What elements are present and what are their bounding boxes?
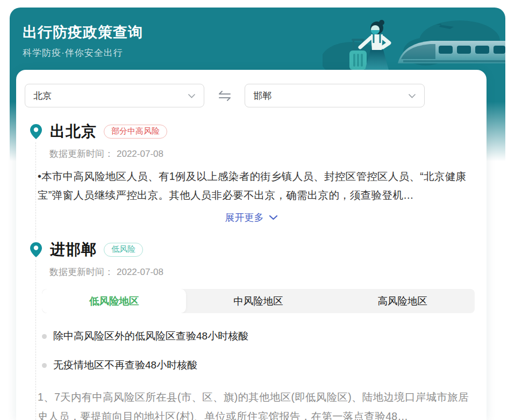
- swap-arrows-icon: [218, 90, 232, 102]
- city-select-row: 北京 邯郸: [16, 70, 487, 107]
- update-time-date: 2022-07-08: [117, 267, 163, 277]
- header-text: 出行防疫政策查询 科学防疫·伴你安全出行: [23, 23, 143, 59]
- expand-more-label: 展开更多: [225, 211, 264, 224]
- arrive-section-header: 进邯郸 低风险: [16, 240, 487, 260]
- chevron-down-icon: [269, 215, 278, 220]
- timeline-dashed-line: [35, 140, 36, 420]
- chevron-down-icon: [188, 93, 196, 98]
- tab-high-risk[interactable]: 高风险地区: [331, 289, 475, 313]
- update-time-date: 2022-07-08: [117, 149, 163, 159]
- from-city-select[interactable]: 北京: [25, 84, 204, 107]
- content-card: 北京 邯郸 出北京: [16, 70, 487, 420]
- arrive-update-time: 数据更新时间：2022-07-08: [49, 266, 487, 278]
- bullet-dot: [42, 334, 47, 339]
- expand-more-button[interactable]: 展开更多: [16, 211, 487, 224]
- list-item: 无疫情地区不再查验48小时核酸: [42, 358, 487, 372]
- depart-section-title: 出北京: [50, 121, 97, 142]
- arrive-risk-badge: 低风险: [104, 243, 143, 257]
- update-time-label: 数据更新时间：: [49, 267, 113, 277]
- traveler-train-illustration: [323, 8, 505, 70]
- risk-level-tabs: 低风险地区 中风险地区 高风险地区: [42, 289, 475, 313]
- to-city-value: 邯郸: [253, 90, 271, 102]
- depart-risk-badge: 部分中高风险: [104, 125, 167, 139]
- depart-section-header: 出北京 部分中高风险: [16, 121, 487, 142]
- page-title: 出行防疫政策查询: [23, 23, 143, 42]
- to-city-select[interactable]: 邯郸: [245, 84, 425, 107]
- bullet-dot: [42, 363, 47, 368]
- location-pin-icon: [30, 242, 42, 258]
- arrive-policy-text: 1、7天内有中高风险区所在县(市、区、旗)的其他地区(即低风险区)、陆地边境口岸…: [38, 387, 474, 420]
- update-time-label: 数据更新时间：: [49, 149, 113, 159]
- depart-policy-text: •本市中高风险地区人员、有1例及以上感染者的街乡镇人员、封控区管控区人员、“北京…: [38, 167, 474, 205]
- page-subtitle: 科学防疫·伴你安全出行: [23, 47, 143, 59]
- swap-cities-button[interactable]: [204, 90, 245, 102]
- depart-update-time: 数据更新时间：2022-07-08: [49, 148, 487, 160]
- tab-low-risk[interactable]: 低风险地区: [42, 289, 186, 313]
- chevron-down-icon: [408, 93, 416, 98]
- rule-text: 除中高风险区外的低风险区查验48小时核酸: [53, 329, 248, 343]
- location-pin-icon: [30, 124, 42, 140]
- list-item: 除中高风险区外的低风险区查验48小时核酸: [42, 329, 487, 343]
- tab-medium-risk[interactable]: 中风险地区: [186, 289, 330, 313]
- from-city-value: 北京: [33, 90, 52, 102]
- low-risk-rule-list: 除中高风险区外的低风险区查验48小时核酸 无疫情地区不再查验48小时核酸: [42, 329, 487, 372]
- travel-policy-page: 出行防疫政策查询 科学防疫·伴你安全出行: [0, 0, 515, 420]
- rule-text: 无疫情地区不再查验48小时核酸: [53, 358, 197, 372]
- arrive-section-title: 进邯郸: [50, 240, 97, 260]
